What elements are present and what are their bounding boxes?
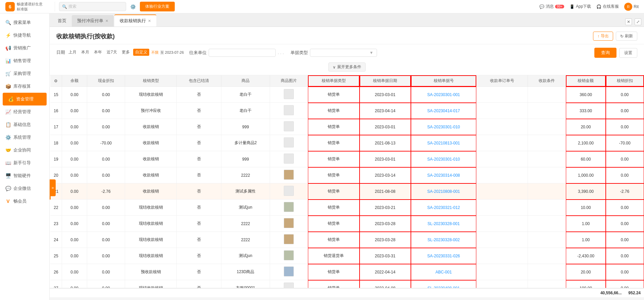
date-no-limit: 不限 至 2023-07-26: [151, 50, 184, 55]
bill-no-link[interactable]: SL-20230328-001: [427, 221, 460, 226]
page-title: 收款核销执行(按收款): [56, 32, 115, 40]
bill-no-link[interactable]: SA-20230331-026: [427, 254, 460, 258]
top-search-bar[interactable]: 🔍 搜索: [59, 2, 126, 11]
cell-verify-bill-no[interactable]: SL-20230408-001: [411, 280, 476, 288]
tab-collection[interactable]: 收款核销执行 ✕: [114, 14, 156, 27]
tab-prepay-close[interactable]: ✕: [105, 19, 108, 23]
cell-verify-bill-no[interactable]: SA-20230331-026: [411, 248, 476, 264]
filter-date: 日期 上月 本月 本年 近7天 更多 自定义 不限 至 2023-07-26: [56, 49, 184, 56]
cell-verify-bill-no[interactable]: SA-20210808-001: [411, 183, 476, 200]
th-settings[interactable]: ⚙: [50, 75, 62, 87]
bill-no-link[interactable]: SA-20230301-001: [427, 92, 460, 97]
bill-no-link[interactable]: SA-20230414-017: [427, 109, 460, 113]
bill-no-link[interactable]: SA-20230301-010: [427, 125, 460, 129]
sidebar-item-enterprise[interactable]: 🤝 企业协同: [0, 144, 49, 157]
bill-type-select[interactable]: ▼: [310, 49, 377, 57]
sidebar-item-search[interactable]: 🔍 搜索菜单: [0, 16, 49, 29]
bill-no-link[interactable]: SA-20210808-001: [427, 189, 460, 194]
sidebar-item-inventory[interactable]: 📦 库存核算: [0, 80, 49, 93]
sidebar-item-marketing[interactable]: 📢 营销推广: [0, 42, 49, 54]
supplier-input[interactable]: [209, 49, 276, 57]
sidebar-expand-button[interactable]: »: [50, 179, 56, 196]
cell-verify-type: 现结收款核销: [125, 200, 176, 216]
sidebar-item-operations[interactable]: 📈 经营管理: [0, 105, 49, 118]
sidebar-item-quick-nav[interactable]: ⚡ 快捷导航: [0, 29, 49, 42]
date-this-month[interactable]: 本月: [80, 49, 91, 56]
refresh-button[interactable]: ↻ 刷新: [616, 32, 637, 41]
user-info[interactable]: R Rit: [624, 3, 639, 11]
cell-verify-bill-no[interactable]: SA-20230301-001: [411, 87, 476, 103]
bill-no-link[interactable]: SA-20210813-001: [427, 141, 460, 145]
refresh-icon: ↻: [620, 34, 624, 39]
cell-verify-type: 收款核销: [125, 183, 176, 200]
query-button[interactable]: 查询: [594, 48, 616, 58]
solution-button[interactable]: 体验行业方案: [140, 2, 175, 11]
tab-prepay-label: 预付冲应付单: [77, 18, 103, 24]
tab-close-btn[interactable]: ✕: [625, 18, 632, 25]
tab-home[interactable]: 首页: [52, 15, 72, 27]
sidebar-label-finance: 资金管理: [16, 96, 34, 102]
cell-balance: 0.00: [62, 119, 87, 135]
cell-verify-bill-date: 2023-03-01: [360, 87, 411, 103]
cell-verify-bill-no[interactable]: SA-20230314-008: [411, 167, 476, 183]
bill-no-link[interactable]: SA-20230301-010: [427, 157, 460, 162]
cell-verify-bill-no[interactable]: ABC-001: [411, 264, 476, 280]
th-balance: 余额: [62, 75, 87, 87]
sidebar-item-purchase[interactable]: 🛒 采购管理: [0, 67, 49, 80]
bill-no-link[interactable]: SA-20230314-008: [427, 173, 460, 178]
horizontal-scrollbar[interactable]: [50, 297, 644, 300]
table-row: 22 0.00 0.00 现结收款核销 否 测试jun 销货单 2023-03-…: [50, 200, 644, 216]
sidebar-item-basic-info[interactable]: 📋 基础信息: [0, 118, 49, 131]
cell-verify-discount: 0.00: [606, 264, 644, 280]
bill-no-link[interactable]: SL-20230328-002: [427, 238, 460, 242]
cell-verify-bill-no[interactable]: SA-20230301-010: [411, 151, 476, 167]
tab-expand-btn[interactable]: ⤢: [635, 18, 641, 25]
filter-settings-button[interactable]: 设置: [619, 48, 637, 58]
cell-cash-discount: 0.00: [87, 87, 125, 103]
cell-receipt-condition: [528, 264, 566, 280]
expand-more-button[interactable]: ∨ 展开更多条件: [328, 62, 366, 72]
tab-collection-close[interactable]: ✕: [148, 19, 151, 23]
cell-receipt-condition: [528, 151, 566, 167]
sidebar-item-finance[interactable]: 💰 资金管理: [3, 93, 47, 105]
bill-no-link[interactable]: SL-20230408-001: [427, 286, 460, 288]
date-last-7days[interactable]: 近7天: [105, 49, 118, 56]
cell-verify-bill-no[interactable]: SA-20230321-012: [411, 200, 476, 216]
settings-icon[interactable]: ⚙️: [130, 4, 136, 9]
cell-verify-bill-type: 销货退货单: [308, 248, 359, 264]
online-service[interactable]: 🎧 在线客服: [596, 4, 619, 9]
cell-include-settled: 否: [176, 167, 221, 183]
app-download[interactable]: 📱 App下载: [570, 4, 591, 9]
bill-no-link[interactable]: ABC-001: [435, 270, 452, 274]
chevron-down-icon: ∨: [333, 65, 336, 70]
cell-verify-bill-no[interactable]: SA-20230414-017: [411, 103, 476, 119]
cell-goods: 老白干: [221, 87, 270, 103]
cell-cash-discount: 0.00: [87, 216, 125, 232]
sidebar-item-hardware[interactable]: 🖥️ 智能硬件: [0, 169, 49, 182]
sidebar-item-wechat[interactable]: 💬 企业微信: [0, 182, 49, 195]
cell-verify-bill-no[interactable]: SA-20230301-010: [411, 119, 476, 135]
cell-verify-bill-type: 销货单: [308, 87, 359, 103]
bill-no-link[interactable]: SA-20230321-012: [427, 205, 460, 210]
date-more[interactable]: 更多: [120, 49, 131, 56]
cell-verify-bill-no[interactable]: SL-20230328-002: [411, 232, 476, 248]
cell-verify-discount: 0.00: [606, 248, 644, 264]
sidebar-item-member[interactable]: V 畅会员: [0, 195, 49, 208]
cell-goods-img: [270, 248, 308, 264]
date-custom[interactable]: 自定义: [133, 49, 149, 56]
message-area[interactable]: 💬 消息 99+: [539, 4, 564, 9]
tab-prepay[interactable]: 预付冲应付单 ✕: [72, 15, 114, 27]
bill-type-label: 单据类型: [290, 50, 308, 56]
guide-icon: 📖: [5, 160, 11, 166]
cell-receipt-order-no: [476, 151, 528, 167]
sidebar-item-system[interactable]: ⚙️ 系统管理: [0, 131, 49, 144]
date-last-month[interactable]: 上月: [67, 49, 78, 56]
export-button[interactable]: ↑ 导出: [593, 32, 613, 41]
sidebar-item-guide[interactable]: 📖 新手引导: [0, 157, 49, 169]
cell-verify-bill-date: 2023-03-01: [360, 151, 411, 167]
tab-controls: ✕ ⤢: [625, 18, 641, 27]
cell-verify-bill-no[interactable]: SA-20210813-001: [411, 135, 476, 151]
sidebar-item-sales[interactable]: 📊 销售管理: [0, 54, 49, 67]
cell-verify-bill-no[interactable]: SL-20230328-001: [411, 216, 476, 232]
date-this-year[interactable]: 本年: [93, 49, 103, 56]
